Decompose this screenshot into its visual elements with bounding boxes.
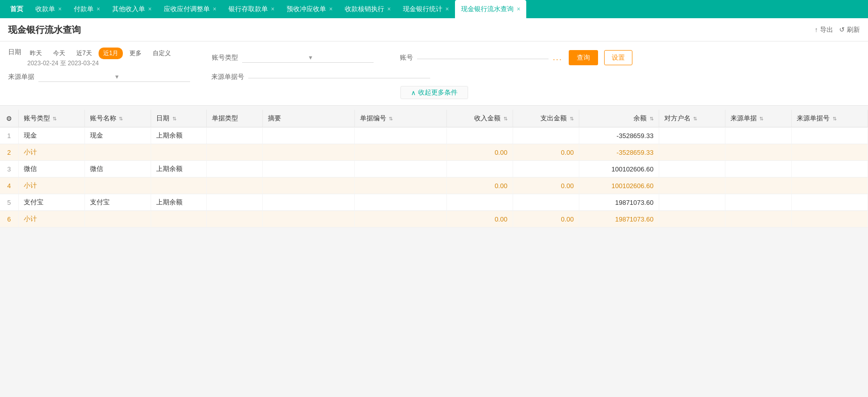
- settings-button[interactable]: 设置: [604, 50, 632, 65]
- sort-icon: ⇅: [650, 116, 654, 121]
- th-account-name[interactable]: 账号名称 ⇅: [84, 110, 151, 127]
- nav-tab-fukuandan[interactable]: 付款单 ×: [68, 0, 106, 18]
- th-source-doc[interactable]: 来源单据 ⇅: [725, 110, 791, 127]
- cell-account-name: [84, 144, 151, 161]
- cell-income: [446, 194, 513, 211]
- source-doc-select[interactable]: ▾: [38, 72, 190, 82]
- refresh-button[interactable]: ↺ 刷新: [839, 25, 860, 34]
- close-icon[interactable]: ×: [329, 6, 333, 13]
- table-row: 2小计0.000.00-3528659.33: [0, 144, 868, 161]
- close-icon[interactable]: ×: [58, 6, 62, 13]
- account-type-filter: 账号类型 ▾: [212, 53, 374, 63]
- account-select[interactable]: [417, 57, 549, 59]
- cell-counterpart: [659, 194, 725, 211]
- nav-tab-xianjintongji[interactable]: 现金银行统计 ×: [397, 0, 455, 18]
- cell-doc-type: [207, 194, 263, 211]
- source-doc-num-input[interactable]: [248, 76, 430, 78]
- sort-icon: ⇅: [389, 116, 393, 121]
- date-btn-7days[interactable]: 近7天: [72, 48, 97, 59]
- date-btn-more[interactable]: 更多: [125, 48, 146, 59]
- cell-source-doc: [725, 194, 791, 211]
- cell-source-doc: [725, 161, 791, 178]
- date-btn-today[interactable]: 今天: [49, 48, 70, 59]
- cell-balance: -3528659.33: [579, 144, 659, 161]
- close-icon[interactable]: ×: [445, 6, 449, 13]
- sort-icon: ⇅: [119, 116, 123, 121]
- sort-icon: ⇅: [504, 116, 508, 121]
- cell-source-doc-num: [792, 161, 868, 178]
- th-account-type[interactable]: 账号类型 ⇅: [18, 110, 84, 127]
- th-counterpart[interactable]: 对方户名 ⇅: [659, 110, 725, 127]
- nav-tab-yushou[interactable]: 预收冲应收单 ×: [281, 0, 339, 18]
- close-icon[interactable]: ×: [387, 6, 391, 13]
- cell-doc-number: [354, 178, 446, 194]
- nav-tab-yinhang[interactable]: 银行存取款单 ×: [222, 0, 281, 18]
- th-doc-type[interactable]: 单据类型: [207, 110, 263, 127]
- cell-summary: [263, 144, 355, 161]
- cell-expense: [513, 127, 579, 144]
- collapse-row: ∧ 收起更多条件: [8, 86, 860, 99]
- row-number: 4: [0, 178, 18, 194]
- cell-source-doc-num: [792, 194, 868, 211]
- sort-icon: ⇅: [172, 116, 176, 121]
- cell-source-doc-num: [792, 211, 868, 228]
- nav-home[interactable]: 首页: [4, 0, 29, 18]
- th-expense[interactable]: 支出金额 ⇅: [513, 110, 579, 127]
- th-doc-number[interactable]: 单据编号 ⇅: [354, 110, 446, 127]
- cell-counterpart: [659, 144, 725, 161]
- cell-source-doc: [725, 144, 791, 161]
- nav-tab-yingshou[interactable]: 应收应付调整单 ×: [158, 0, 222, 18]
- cell-doc-type: [207, 178, 263, 194]
- th-date[interactable]: 日期 ⇅: [151, 110, 207, 127]
- cell-summary: [263, 211, 355, 228]
- row-number: 2: [0, 144, 18, 161]
- th-summary[interactable]: 摘要: [263, 110, 355, 127]
- cell-date: [151, 211, 207, 228]
- cell-doc-number: [354, 127, 446, 144]
- date-btn-1month[interactable]: 近1月: [99, 48, 123, 59]
- cell-summary: [263, 194, 355, 211]
- cell-summary: [263, 161, 355, 178]
- cell-doc-number: [354, 194, 446, 211]
- nav-tab-shoukuanhexiao[interactable]: 收款核销执行 ×: [339, 0, 397, 18]
- cell-source-doc: [725, 178, 791, 194]
- nav-tab-liushui[interactable]: 现金银行流水查询 ×: [455, 0, 526, 18]
- cell-doc-type: [207, 211, 263, 228]
- cell-balance: 19871073.60: [579, 211, 659, 228]
- cell-account-name: 支付宝: [84, 194, 151, 211]
- export-button[interactable]: ↑ 导出: [815, 25, 834, 34]
- cell-date: 上期余额: [151, 127, 207, 144]
- cell-account-type: 小计: [18, 178, 84, 194]
- gear-icon[interactable]: ⚙: [6, 115, 12, 122]
- chevron-down-icon: ▾: [309, 54, 372, 61]
- date-options: 昨天 今天 近7天 近1月 更多 自定义: [25, 48, 175, 59]
- query-button[interactable]: 查询: [569, 50, 598, 65]
- th-balance[interactable]: 余额 ⇅: [579, 110, 659, 127]
- close-icon[interactable]: ×: [213, 6, 216, 13]
- row-number: 6: [0, 211, 18, 228]
- cell-doc-number: [354, 144, 446, 161]
- table-body: 1现金现金上期余额-3528659.332小计0.000.00-3528659.…: [0, 127, 868, 228]
- nav-tab-shoukuandan[interactable]: 收款单 ×: [29, 0, 68, 18]
- date-label: 日期: [8, 48, 21, 57]
- close-icon[interactable]: ×: [271, 6, 275, 13]
- close-icon[interactable]: ×: [97, 6, 100, 13]
- table-row: 5支付宝支付宝上期余额19871073.60: [0, 194, 868, 211]
- th-income[interactable]: 收入金额 ⇅: [446, 110, 513, 127]
- filter-area: 日期 昨天 今天 近7天 近1月 更多 自定义 2023-02-24 至 202…: [0, 41, 868, 106]
- th-source-doc-num[interactable]: 来源单据号 ⇅: [792, 110, 868, 127]
- date-btn-yesterday[interactable]: 昨天: [25, 48, 47, 59]
- cell-date: [151, 144, 207, 161]
- more-options-button[interactable]: ...: [553, 53, 562, 62]
- cell-date: 上期余额: [151, 161, 207, 178]
- th-gear[interactable]: ⚙: [0, 110, 18, 127]
- date-btn-custom[interactable]: 自定义: [148, 48, 175, 59]
- close-icon[interactable]: ×: [148, 6, 152, 13]
- close-icon[interactable]: ×: [517, 6, 520, 13]
- row-number: 1: [0, 127, 18, 144]
- collapse-button[interactable]: ∧ 收起更多条件: [400, 86, 468, 99]
- table-header-row: ⚙ 账号类型 ⇅ 账号名称 ⇅ 日期 ⇅ 单据类型 摘要: [0, 110, 868, 127]
- account-type-select[interactable]: ▾: [242, 53, 374, 63]
- page-title: 现金银行流水查询: [8, 24, 81, 36]
- nav-tab-qitashouru[interactable]: 其他收入单 ×: [106, 0, 158, 18]
